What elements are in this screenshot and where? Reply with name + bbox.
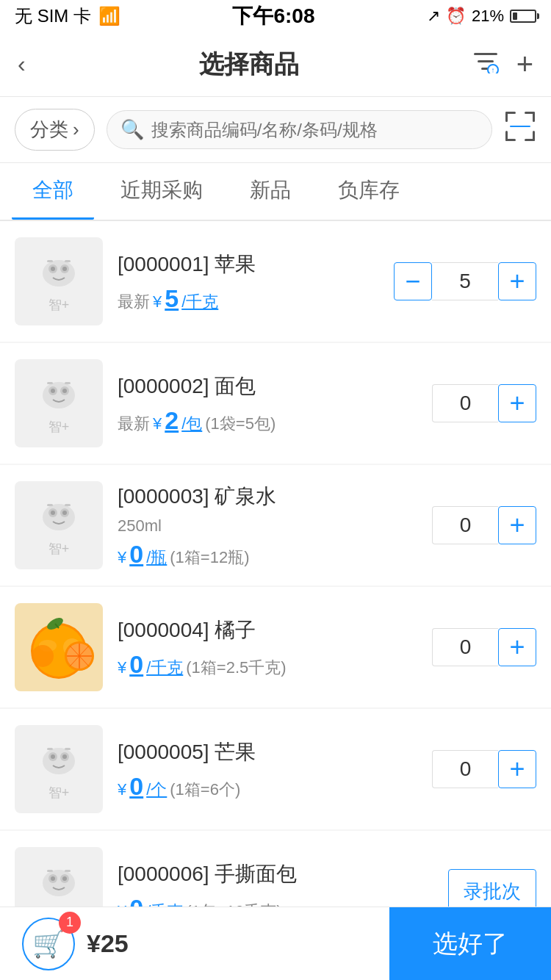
tab-bar: 全部 近期采购 新品 负库存 <box>0 163 551 221</box>
svg-rect-0 <box>474 53 497 55</box>
product-name: [0000003] 矿泉水 <box>118 483 417 511</box>
list-item: [0000004] 橘子 ¥ 0 /千克 (1箱=2.5千克) + <box>0 587 551 707</box>
product-price: 最新 ¥ 2 /包 (1袋=5包) <box>118 406 417 435</box>
price-unit: /千克 <box>146 657 183 679</box>
search-box[interactable]: 🔍 <box>107 110 492 149</box>
back-button[interactable]: ‹ <box>18 51 26 78</box>
svg-point-51 <box>51 754 55 759</box>
filter-icon[interactable]: ↑ <box>472 50 499 79</box>
increase-button[interactable]: + <box>498 262 536 300</box>
price-currency: ¥ <box>118 548 126 567</box>
svg-point-55 <box>43 870 75 896</box>
product-info: [0000003] 矿泉水 250ml ¥ 0 /瓶 (1箱=12瓶) <box>118 483 417 569</box>
nav-bar: ‹ 选择商品 ↑ + <box>0 32 551 97</box>
search-input[interactable] <box>151 120 478 140</box>
quantity-input[interactable] <box>432 384 498 422</box>
svg-point-17 <box>51 267 55 271</box>
svg-rect-1 <box>478 60 494 62</box>
svg-point-21 <box>43 382 75 408</box>
price-extra: (1袋=5包) <box>205 413 276 435</box>
product-info: [0000001] 苹果 最新 ¥ 5 /千克 <box>118 251 379 313</box>
svg-rect-20 <box>65 260 71 262</box>
brand-label: 智+ <box>48 418 70 436</box>
svg-rect-34 <box>65 504 71 506</box>
increase-button[interactable]: + <box>498 384 536 422</box>
cart-price: ¥25 <box>87 929 129 958</box>
quantity-input[interactable] <box>432 628 498 666</box>
quantity-control: + <box>432 506 536 544</box>
add-icon[interactable]: + <box>516 48 533 81</box>
svg-rect-60 <box>47 870 53 872</box>
increase-button[interactable]: + <box>498 628 536 666</box>
placeholder-image: 智+ <box>15 359 103 447</box>
brand-label: 智+ <box>48 784 70 801</box>
cart-icon-wrap[interactable]: 🛒 1 <box>22 918 75 970</box>
svg-point-14 <box>43 260 75 287</box>
svg-rect-13 <box>510 126 530 127</box>
brand-label: 智+ <box>48 296 70 314</box>
price-currency: ¥ <box>118 658 126 677</box>
quantity-control: + <box>432 628 536 666</box>
product-info: [0000005] 芒果 ¥ 0 /个 (1箱=6个) <box>118 738 417 801</box>
svg-rect-33 <box>47 504 53 506</box>
svg-rect-26 <box>47 382 53 384</box>
tab-negative[interactable]: 负库存 <box>317 163 420 220</box>
tab-all[interactable]: 全部 <box>12 163 94 220</box>
quantity-input[interactable] <box>432 262 498 300</box>
svg-point-52 <box>62 754 67 759</box>
product-list: 智+ [0000001] 苹果 最新 ¥ 5 /千克 − + <box>0 221 551 980</box>
price-unit: /个 <box>146 779 167 801</box>
product-name: [0000001] 苹果 <box>118 251 379 278</box>
product-name: [0000002] 面包 <box>118 372 417 400</box>
list-item: 智+ [0000002] 面包 最新 ¥ 2 /包 (1袋=5包) + <box>0 343 551 464</box>
svg-point-31 <box>51 511 55 515</box>
status-bar: 无 SIM 卡 📶 下午6:08 ↗ ⏰ 21% <box>0 0 551 32</box>
product-name: [0000006] 手撕面包 <box>118 860 433 888</box>
price-currency: ¥ <box>153 414 162 433</box>
placeholder-image: 智+ <box>15 481 103 569</box>
price-value: 0 <box>129 650 143 679</box>
product-image <box>15 603 103 691</box>
product-price: ¥ 0 /千克 (1箱=2.5千克) <box>118 650 417 679</box>
svg-point-18 <box>62 267 67 271</box>
product-name: [0000005] 芒果 <box>118 738 417 766</box>
increase-button[interactable]: + <box>498 750 536 788</box>
bottom-bar: 🛒 1 ¥25 选好了 <box>0 907 551 980</box>
category-button[interactable]: 分类 › <box>15 109 95 151</box>
price-extra: (1箱=12瓶) <box>170 547 249 569</box>
category-arrow: › <box>73 118 79 141</box>
product-image: 智+ <box>15 359 103 447</box>
svg-rect-12 <box>533 131 535 141</box>
price-value: 0 <box>129 772 143 801</box>
price-label: 最新 <box>118 413 150 435</box>
svg-rect-10 <box>505 131 508 141</box>
svg-point-25 <box>62 389 67 393</box>
price-extra: (1箱=6个) <box>170 779 240 801</box>
price-currency: ¥ <box>153 292 162 311</box>
tab-recent[interactable]: 近期采购 <box>100 163 223 220</box>
status-right: ↗ ⏰ 21% <box>427 7 536 26</box>
product-price: ¥ 0 /瓶 (1箱=12瓶) <box>118 540 417 569</box>
svg-point-32 <box>62 511 67 515</box>
status-time: 下午6:08 <box>232 2 314 30</box>
list-item: 智+ [0000005] 芒果 ¥ 0 /个 (1箱=6个) + <box>0 709 551 829</box>
quantity-input[interactable] <box>432 750 498 788</box>
scan-icon[interactable] <box>504 110 536 149</box>
location-icon: ↗ <box>427 7 440 26</box>
tab-new[interactable]: 新品 <box>229 163 311 220</box>
battery-icon <box>510 10 536 23</box>
confirm-button[interactable]: 选好了 <box>389 907 551 980</box>
svg-rect-6 <box>505 112 508 122</box>
increase-button[interactable]: + <box>498 506 536 544</box>
svg-point-48 <box>43 748 75 774</box>
svg-rect-61 <box>65 870 71 872</box>
svg-point-58 <box>51 876 55 881</box>
quantity-control: − + <box>394 262 536 300</box>
placeholder-image: 智+ <box>15 725 103 813</box>
decrease-button[interactable]: − <box>394 262 432 300</box>
alarm-icon: ⏰ <box>446 7 466 26</box>
quantity-control: + <box>432 384 536 422</box>
price-unit: /千克 <box>181 291 218 313</box>
quantity-input[interactable] <box>432 506 498 544</box>
product-info: [0000004] 橘子 ¥ 0 /千克 (1箱=2.5千克) <box>118 616 417 679</box>
